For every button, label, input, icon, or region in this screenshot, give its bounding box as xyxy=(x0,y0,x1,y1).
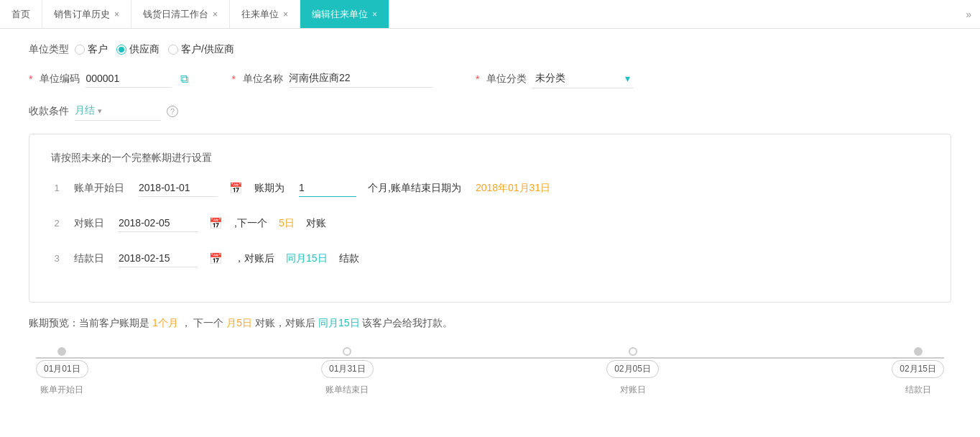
radio-customer[interactable]: 客户 xyxy=(75,43,108,56)
radio-supplier-label: 供应商 xyxy=(129,43,160,56)
timeline-point-4: 02月15日 结款日 xyxy=(892,347,944,396)
unit-class-label: 单位分类 xyxy=(486,73,527,86)
preview-payment-highlight: 同月15日 xyxy=(318,317,360,328)
start-date-cal-icon[interactable]: 📅 xyxy=(229,182,243,195)
tab-cash-work-close[interactable]: × xyxy=(213,9,218,19)
reconcile-date-input[interactable] xyxy=(119,214,198,232)
preview-reconcile-highlight: 月5日 xyxy=(226,317,252,328)
unit-type-radio-group: 客户 供应商 客户/供应商 xyxy=(75,43,234,56)
tab-edit-partner[interactable]: 编辑往来单位 × xyxy=(300,0,389,28)
radio-both-label: 客户/供应商 xyxy=(181,43,234,56)
period-unit-label: 个月,账单结束日期为 xyxy=(368,182,461,195)
timeline-points: 01月01日 账单开始日 01月31日 账单结束日 02月05日 对账日 02月… xyxy=(36,347,944,396)
preview-period: 1个月 xyxy=(152,317,178,328)
unit-code-label: 单位编码 xyxy=(40,73,80,86)
payment-prefix: ，对账后 xyxy=(234,252,274,265)
radio-both[interactable]: 客户/供应商 xyxy=(168,43,234,56)
row-number-1: 1 xyxy=(51,183,63,193)
payment-label: 收款条件 xyxy=(29,105,69,118)
reconcile-date-cal-icon[interactable]: 📅 xyxy=(209,217,223,230)
radio-supplier-inner xyxy=(119,47,124,52)
radio-both-outer xyxy=(168,45,178,55)
unit-name-star: * xyxy=(231,73,235,85)
payment-field: 收款条件 月结 ▾ ? xyxy=(29,101,178,121)
unit-class-value: 未分类 xyxy=(535,72,565,85)
unit-code-field: * 单位编码 ⧉ xyxy=(29,70,188,88)
row-number-3: 3 xyxy=(51,253,63,264)
row-label-2: 对账日 xyxy=(74,217,104,230)
setting-row-1: 1 账单开始日 📅 账期为 个月,账单结束日期为 2018年01月31日 xyxy=(51,179,929,197)
unit-name-input[interactable] xyxy=(289,70,433,88)
unit-class-select[interactable]: 未分类 ▾ xyxy=(532,69,633,88)
tab-home[interactable]: 首页 xyxy=(0,0,42,28)
tab-edit-partner-label: 编辑往来单位 xyxy=(312,8,368,21)
reconcile-prefix: ,下一个 xyxy=(234,217,267,230)
unit-class-dropdown-arrow: ▾ xyxy=(625,73,630,84)
unit-code-input[interactable] xyxy=(85,70,172,88)
expand-icon: » xyxy=(966,9,971,20)
unit-type-row: 单位类型 客户 供应商 客户/供应商 xyxy=(29,43,951,56)
radio-customer-outer xyxy=(75,45,85,55)
payment-help-icon[interactable]: ? xyxy=(167,106,178,117)
preview-section: 账期预览：当前客户账期是 1个月 ， 下一个 月5日 对账，对账后 同月15日 … xyxy=(29,317,951,330)
tab-partner-label: 往来单位 xyxy=(241,8,279,21)
unit-name-field: * 单位名称 xyxy=(231,70,432,88)
payment-value: 月结 xyxy=(75,104,95,117)
preview-reconcile-suffix: 对账，对账后 xyxy=(255,317,315,328)
row-label-1: 账单开始日 xyxy=(74,182,124,195)
tab-sales-history[interactable]: 销售订单历史 × xyxy=(42,0,131,28)
timeline-point-1: 01月01日 账单开始日 xyxy=(36,347,88,396)
row-label-3: 结款日 xyxy=(74,252,104,265)
timeline-sublabel-2: 账单结束日 xyxy=(325,384,369,396)
timeline-badge-4: 02月15日 xyxy=(892,360,944,378)
tab-partner-close[interactable]: × xyxy=(283,9,288,19)
timeline-dot-2 xyxy=(343,347,351,356)
timeline-sublabel-4: 结款日 xyxy=(905,384,931,396)
setting-row-3: 3 结款日 📅 ，对账后 同月15日 结款 xyxy=(51,249,929,267)
setting-row-2: 2 对账日 📅 ,下一个 5日 对账 xyxy=(51,214,929,232)
timeline-dot-1 xyxy=(57,347,66,356)
timeline-badge-3: 02月05日 xyxy=(606,360,659,378)
radio-customer-label: 客户 xyxy=(88,43,108,56)
timeline-sublabel-3: 对账日 xyxy=(620,384,646,396)
tab-sales-history-label: 销售订单历史 xyxy=(54,8,110,21)
payment-row: 收款条件 月结 ▾ ? xyxy=(29,101,951,121)
unit-class-star: * xyxy=(476,73,479,85)
timeline-point-2: 01月31日 账单结束日 xyxy=(321,347,374,396)
copy-icon[interactable]: ⧉ xyxy=(180,73,188,86)
settings-panel: 请按照未来的一个完整帐期进行设置 1 账单开始日 📅 账期为 个月,账单结束日期… xyxy=(29,134,951,303)
unit-type-label: 单位类型 xyxy=(29,43,69,56)
unit-type-field: 单位类型 客户 供应商 客户/供应商 xyxy=(29,43,234,56)
period-label: 账期为 xyxy=(254,182,285,195)
tab-home-label: 首页 xyxy=(11,8,30,21)
tab-edit-partner-close[interactable]: × xyxy=(372,9,377,19)
tab-sales-history-close[interactable]: × xyxy=(114,9,119,19)
tab-expand-button[interactable]: » xyxy=(957,0,980,28)
timeline-badge-1: 01月01日 xyxy=(36,360,88,378)
timeline-point-3: 02月05日 对账日 xyxy=(606,347,659,396)
payment-date-cal-icon[interactable]: 📅 xyxy=(209,252,223,265)
tab-cash-work[interactable]: 钱货日清工作台 × xyxy=(131,0,230,28)
unit-class-field: * 单位分类 未分类 ▾ xyxy=(476,69,633,88)
main-content: 单位类型 客户 供应商 客户/供应商 xyxy=(0,29,980,437)
timeline-container: 01月01日 账单开始日 01月31日 账单结束日 02月05日 对账日 02月… xyxy=(29,347,951,396)
payment-day-highlight: 同月15日 xyxy=(286,252,328,265)
period-input[interactable] xyxy=(299,179,356,197)
end-date-display: 2018年01月31日 xyxy=(476,182,550,195)
preview-comma: ， xyxy=(181,317,191,328)
preview-reconcile-prefix: 下一个 xyxy=(193,317,223,328)
reconcile-day-highlight: 5日 xyxy=(279,217,295,230)
payment-suffix-3: 结款 xyxy=(339,252,359,265)
tab-partner[interactable]: 往来单位 × xyxy=(230,0,300,28)
radio-supplier[interactable]: 供应商 xyxy=(116,43,160,56)
unit-name-label: 单位名称 xyxy=(243,73,283,86)
radio-supplier-outer xyxy=(116,45,126,55)
start-date-input[interactable] xyxy=(139,179,218,197)
timeline-dot-3 xyxy=(629,347,637,356)
payment-dropdown-arrow: ▾ xyxy=(98,106,102,116)
tab-bar: 首页 销售订单历史 × 钱货日清工作台 × 往来单位 × 编辑往来单位 × » xyxy=(0,0,980,29)
payment-date-input[interactable] xyxy=(119,249,198,267)
timeline-dot-4 xyxy=(914,347,923,356)
payment-select[interactable]: 月结 ▾ xyxy=(75,101,161,121)
reconcile-suffix: 对账 xyxy=(306,217,326,230)
